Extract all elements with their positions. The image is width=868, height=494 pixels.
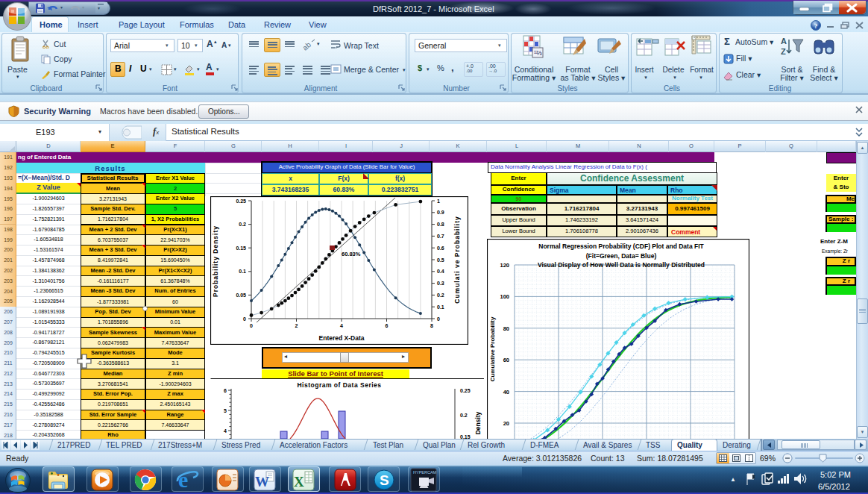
- svg-text:60: 60: [503, 357, 509, 363]
- svg-text:0.25: 0.25: [460, 388, 471, 393]
- svg-text:W: W: [255, 474, 269, 490]
- svg-text:20: 20: [503, 420, 509, 427]
- svg-text:Density: Density: [474, 411, 482, 434]
- svg-text:A: A: [781, 37, 787, 46]
- svg-text:0: 0: [250, 323, 253, 328]
- svg-text:Z: Z: [781, 47, 786, 56]
- svg-text:Entered X-Data: Entered X-Data: [319, 334, 365, 342]
- svg-text:0: 0: [243, 316, 246, 322]
- svg-text:¹⅔: ¹⅔: [534, 49, 542, 57]
- svg-text:X: X: [294, 474, 304, 490]
- svg-text:e: e: [178, 467, 188, 492]
- svg-text:ab: ab: [301, 40, 312, 51]
- svg-text:0.8: 0.8: [437, 222, 444, 227]
- svg-text:Probability Density: Probability Density: [212, 225, 219, 297]
- svg-text:4: 4: [340, 323, 343, 328]
- svg-text:0.7: 0.7: [437, 234, 444, 239]
- svg-text:0.1: 0.1: [239, 269, 246, 274]
- svg-text:0: 0: [437, 316, 440, 322]
- svg-text:4: 4: [224, 428, 227, 434]
- svg-text:Histogram of Data Series: Histogram of Data Series: [297, 381, 381, 389]
- svg-text:HYPERCAM: HYPERCAM: [413, 470, 437, 475]
- svg-text:0.3: 0.3: [437, 281, 444, 286]
- svg-text:5: 5: [224, 408, 227, 413]
- svg-text:0.5: 0.5: [437, 257, 444, 263]
- svg-text:0.9: 0.9: [437, 210, 444, 215]
- svg-text:0.2: 0.2: [460, 413, 468, 418]
- svg-text:60.83%: 60.83%: [342, 251, 361, 257]
- svg-text:0.05: 0.05: [236, 293, 246, 298]
- svg-text:Normal Regression Probability: Normal Regression Probability (CDF) Plot…: [538, 243, 704, 250]
- svg-text:2: 2: [295, 323, 298, 328]
- svg-text:0.2: 0.2: [437, 293, 444, 298]
- svg-text:0.25: 0.25: [236, 198, 246, 204]
- svg-text:6: 6: [224, 388, 227, 393]
- svg-text:8: 8: [430, 323, 433, 328]
- svg-text:6: 6: [386, 323, 389, 328]
- svg-text:0.4: 0.4: [437, 269, 444, 274]
- svg-text:Cumulati ve Probability: Cumulati ve Probability: [453, 216, 461, 303]
- svg-text:80: 80: [503, 325, 509, 332]
- svg-text:Visual Display of How Well Da: Visual Display of How Well Data is Norma…: [538, 261, 705, 269]
- svg-text:Cumulative Probability: Cumulative Probability: [489, 316, 496, 381]
- svg-text:S: S: [380, 472, 389, 488]
- svg-text:0.1: 0.1: [437, 304, 444, 310]
- svg-text:1: 1: [437, 198, 440, 204]
- svg-text:40: 40: [503, 389, 509, 395]
- svg-text:?: ?: [814, 22, 818, 30]
- svg-text:100: 100: [500, 293, 509, 300]
- svg-text:(Fit=Green, Data= Blue): (Fit=Green, Data= Blue): [586, 252, 657, 260]
- svg-text:0.2: 0.2: [239, 222, 246, 227]
- svg-text:0.6: 0.6: [437, 246, 444, 251]
- svg-text:120: 120: [500, 262, 509, 269]
- svg-text:0.15: 0.15: [236, 246, 246, 251]
